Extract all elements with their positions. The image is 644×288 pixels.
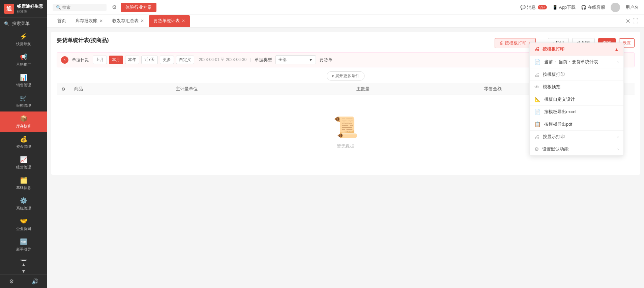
nav-label-system: 系统管理 <box>16 206 31 211</box>
nav-label-enterprise: 企业协同 <box>16 226 31 231</box>
topbar-center: ⚙ 体验行业方案 <box>107 3 520 12</box>
nav-label-basic: 基础信息 <box>16 185 31 190</box>
username: 用户名 <box>625 4 639 10</box>
date-btn-近7天[interactable]: 近7天 <box>141 56 158 64</box>
message-item[interactable]: 💬 消息 99+ <box>520 4 547 10</box>
date-btn-上月[interactable]: 上月 <box>93 56 107 64</box>
tabs-container: 首页库存批次账✕收发存汇总表✕要货单统计表✕ <box>53 15 190 27</box>
online-service-item[interactable]: 🎧 在线客服 <box>581 4 605 10</box>
nav-label-guide: 新手引导 <box>16 247 31 252</box>
nav-icon-marketing: 📢 <box>20 53 27 61</box>
print-item-template-print[interactable]: 🖨按模板打印 <box>530 68 623 81</box>
display-print-item[interactable]: 🖨 按显示打印 › <box>530 130 623 143</box>
expand-more-label: 展开更多条件 <box>335 73 359 79</box>
online-service-label: 在线客服 <box>588 4 605 10</box>
avatar[interactable] <box>611 3 620 12</box>
print-item-export-excel[interactable]: 📄按模板导出excel <box>530 105 623 118</box>
sidebar-item-basic[interactable]: 🗂️基础信息 <box>0 173 47 194</box>
sidebar-item-quick-nav[interactable]: ⚡快捷导航 <box>0 29 47 50</box>
scroll-down[interactable]: ▼ <box>21 268 27 275</box>
topbar-right: 💬 消息 99+ 📱 App下载 🎧 在线客服 用户名 <box>520 3 639 12</box>
tab-home[interactable]: 首页 <box>53 15 71 27</box>
default-setting-icon: ⚙ <box>534 146 539 152</box>
print-item-template-design[interactable]: 📐模板自定义设计 <box>530 93 623 105</box>
tab-close-order-summary[interactable]: ✕ <box>182 19 185 23</box>
sound-icon[interactable]: 🔊 <box>32 278 38 285</box>
sidebar-item-sales[interactable]: 📊销售管理 <box>0 70 47 91</box>
nav-icon-inventory: 📦 <box>20 115 27 122</box>
type-select[interactable]: 全部 ▼ <box>275 55 316 64</box>
nav-icon-apps: 🔲 <box>20 259 27 261</box>
nav-label-operation: 经营管理 <box>16 165 31 170</box>
message-label: 消息 <box>527 4 536 10</box>
print-dropdown-title: 按模板打印 <box>543 46 564 52</box>
sidebar-item-system[interactable]: ⚙️系统管理 <box>0 194 47 214</box>
date-btn-本月[interactable]: 本月 <box>109 56 123 64</box>
sidebar-item-guide[interactable]: 🆕新手引导 <box>0 235 47 255</box>
print-icon: 🖨 <box>499 40 503 45</box>
settings-icon[interactable]: ⚙ <box>9 278 14 285</box>
display-print-icon: 🖨 <box>534 134 539 140</box>
sidebar-search[interactable]: 🔍 搜索菜单 <box>0 18 47 29</box>
default-setting-item[interactable]: ⚙ 设置默认功能 › <box>530 143 623 155</box>
sidebar-item-operation[interactable]: 📈经营管理 <box>0 153 47 173</box>
icon-export-excel: 📄 <box>534 109 541 115</box>
nav-icon-sales: 📊 <box>20 74 27 81</box>
tab-label-collection-summary: 收发存汇总表 <box>112 18 139 24</box>
col-unit: 主计量单位 <box>172 83 352 95</box>
label-template-design: 模板自定义设计 <box>544 96 575 102</box>
expand-more-btn[interactable]: ▾ 展开更多条件 <box>327 71 364 81</box>
sidebar-nav: ⚡快捷导航📢营销推广📊销售管理🛒采购管理📦库存核算💰资金管理📈经营管理🗂️基础信… <box>0 29 47 261</box>
tab-label-home: 首页 <box>57 18 66 24</box>
print-template-label: 按模板打印 <box>505 40 527 46</box>
tab-collection-summary[interactable]: 收发存汇总表✕ <box>108 15 149 27</box>
tab-label-order-summary: 要货单统计表 <box>153 18 180 24</box>
search-box[interactable]: 🔍 <box>53 4 107 11</box>
date-btn-本年[interactable]: 本年 <box>125 56 139 64</box>
tabs-bar: 首页库存批次账✕收发存汇总表✕要货单统计表✕ ✕ ⛶ <box>47 15 644 28</box>
label-export-excel: 按模板导出excel <box>544 109 576 115</box>
sidebar-item-enterprise[interactable]: 🤝企业协同 <box>0 214 47 235</box>
scroll-up[interactable]: ▲ <box>21 261 27 268</box>
print-item-export-pdf[interactable]: 📋按模板导出pdf <box>530 118 623 130</box>
sidebar-item-marketing[interactable]: 📢营销推广 <box>0 50 47 70</box>
tab-close-collection-summary[interactable]: ✕ <box>141 19 144 23</box>
sidebar-item-purchase[interactable]: 🛒采购管理 <box>0 91 47 111</box>
sidebar-item-apps[interactable]: 🔲应用中心 <box>0 255 47 261</box>
date-btn-更多[interactable]: 更多 <box>160 56 174 64</box>
page-content: 要货单统计表(按商品) 🖨 按模板打印 ▲ ··· ↑ 导出 ↺ 刷新 <box>47 28 644 288</box>
col-settings[interactable]: ⚙ <box>57 83 70 95</box>
sidebar-item-finance[interactable]: 💰资金管理 <box>0 132 47 153</box>
fullscreen-icon[interactable]: ⛶ <box>633 18 639 25</box>
tab-order-summary[interactable]: 要货单统计表✕ <box>149 15 190 27</box>
nav-label-inventory: 库存核算 <box>16 124 31 129</box>
chevron-up-icon: ▲ <box>614 47 619 52</box>
main-content: 🔍 ⚙ 体验行业方案 💬 消息 99+ 📱 App下载 🎧 在线客服 用户名 <box>47 0 644 288</box>
sidebar-bottom: ⚙ 🔊 <box>0 275 47 288</box>
tab-close-batch-account[interactable]: ✕ <box>99 19 103 23</box>
current-template-label: 当前： 当前：要货单统计表 <box>544 59 598 65</box>
current-template-item[interactable]: 📄 当前： 当前：要货单统计表 › <box>530 56 623 68</box>
search-input[interactable] <box>62 5 103 10</box>
topbar-gear-icon[interactable]: ⚙ <box>112 4 117 10</box>
close-window-icon[interactable]: ✕ <box>625 18 631 25</box>
experience-btn[interactable]: 体验行业方案 <box>121 3 156 12</box>
print-dropdown: 🖨 按模板打印 ▲ 📄 当前： 当前：要货单统计表 › 🖨按模板打印👁模板预览📐… <box>529 42 624 156</box>
date-btn-自定义[interactable]: 自定义 <box>176 56 194 64</box>
message-badge: 99+ <box>538 5 547 9</box>
tab-batch-account[interactable]: 库存批次账✕ <box>71 15 108 27</box>
filter-toggle-btn[interactable]: › <box>61 56 68 64</box>
type-select-value: 全部 <box>279 57 287 63</box>
col-product: 商品 <box>70 83 172 95</box>
date-group: 上月本月本年近7天更多自定义 <box>93 56 194 64</box>
chevron-down-icon: ▼ <box>309 58 313 62</box>
nav-label-purchase: 采购管理 <box>16 103 31 108</box>
sidebar-item-inventory[interactable]: 📦库存核算 <box>0 111 47 132</box>
tabs-right: ✕ ⛶ <box>625 18 639 25</box>
date-filter-label: 单据日期 <box>72 57 89 63</box>
app-download-item[interactable]: 📱 App下载 <box>552 4 576 10</box>
print-item-template-preview[interactable]: 👁模板预览 <box>530 81 623 93</box>
print-dropdown-header[interactable]: 🖨 按模板打印 ▲ <box>530 43 623 56</box>
type-filter-label: 单据类型 <box>255 57 272 63</box>
nav-icon-purchase: 🛒 <box>20 94 27 102</box>
